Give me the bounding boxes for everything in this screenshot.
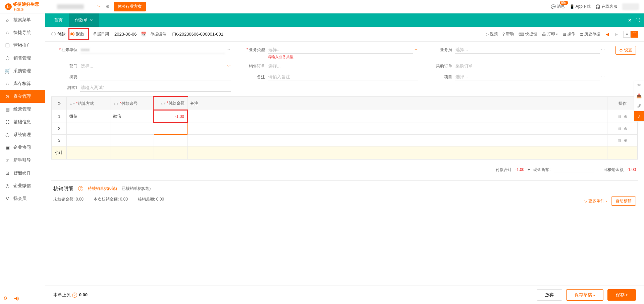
project-field[interactable]: 项目 ⋯ [428,73,605,81]
add-row-icon[interactable]: ⊕ [624,114,627,119]
sidebar-item-7[interactable]: ▤经营管理 [0,103,45,116]
help-icon[interactable]: ? [72,293,77,298]
view-list-button[interactable]: ≡ [623,31,631,38]
close-icon[interactable]: ✕ [90,18,93,23]
tab-fullscreen-icon[interactable]: ⛶ [636,18,640,23]
acct-cell[interactable]: 微信 [110,110,154,123]
remark-cell[interactable] [187,110,607,123]
sidebar-item-13[interactable]: ◎企业微信 [0,179,45,192]
table-row[interactable]: 2 🗑⊕ [52,123,638,135]
settle-cell[interactable]: 微信 [67,110,110,123]
summary-field[interactable]: 摘要 [53,73,231,81]
more-icon[interactable]: ⋯ [601,64,605,69]
add-row-icon[interactable]: ⊕ [624,138,627,143]
more-icon[interactable]: ⋯ [226,48,231,52]
tab-home[interactable]: 首页 [48,13,69,27]
company-selector[interactable]: ﹀ [57,4,102,10]
tab-close-all-icon[interactable]: ✕ [628,18,632,23]
gear-icon[interactable]: ⚙ [106,4,110,9]
col-account[interactable]: ▲▼*付款账号 [110,97,154,110]
next-arrow[interactable]: ▶ [614,32,619,37]
chevron-down-icon[interactable]: ﹀ [227,64,231,69]
remark-cell[interactable] [187,135,607,146]
chevron-down-icon[interactable]: ﹀ [414,47,418,52]
gear-column[interactable]: ⚙ [52,97,67,110]
video-link[interactable]: ▷视频 [486,31,498,37]
discount-input[interactable] [554,166,594,173]
radio-refund[interactable]: 退款 [70,31,85,37]
float-attach-icon[interactable]: 🖇 [634,101,644,111]
sidebar-item-1[interactable]: ⌂快捷导航 [0,26,45,39]
sidebar-item-10[interactable]: ▣企业协同 [0,141,45,154]
col-remark[interactable]: 备注 [187,97,607,110]
help-link[interactable]: ?帮助 [502,31,514,37]
settle-cell[interactable] [67,135,110,146]
remark-field[interactable]: 备注 [241,73,418,81]
more-icon[interactable]: ⋯ [601,48,605,52]
table-row[interactable]: 1 微信 微信 -1.00 🗑⊕ [52,110,638,123]
add-row-icon[interactable]: ⊕ [624,126,627,131]
sidebar-item-3[interactable]: ⬡销售管理 [0,52,45,64]
customer-service-link[interactable]: 🎧 在线客服 [595,4,618,9]
settings-icon[interactable]: ⚙ [3,296,7,301]
acct-cell[interactable] [110,123,154,135]
settle-cell[interactable] [67,123,110,135]
tab-payment[interactable]: 付款单 ✕ [69,13,99,27]
amount-cell[interactable] [154,123,187,135]
col-settle[interactable]: ▲▼*结算方式 [67,97,110,110]
sidebar-item-11[interactable]: ☞新手引导 [0,154,45,167]
unit-field[interactable]: *往来单位 xxxx ⋯ [53,46,231,54]
calendar-icon[interactable]: 📅 [141,32,146,37]
shortcut-link[interactable]: ⌨快捷键 [519,31,537,37]
acct-cell[interactable] [110,135,154,146]
messages-link[interactable]: 💬 消息 99+ [551,4,565,9]
amount-cell[interactable] [154,135,187,146]
user-avatar[interactable] [622,3,639,10]
float-draft-icon[interactable]: 草 [634,81,644,91]
sidebar-item-2[interactable]: ❏营销推广 [0,39,45,52]
auto-writeoff-button[interactable]: 自动核销 [611,197,636,206]
sidebar-item-12[interactable]: ⊡智能硬件 [0,167,45,179]
col-amount[interactable]: ▲▼*付款金额 [154,97,187,110]
more-icon[interactable]: ⋯ [414,64,418,69]
prev-arrow[interactable]: ◀ [605,32,609,37]
biztype-field[interactable]: *业务类型 ﹀ [241,46,418,54]
history-link[interactable]: ≣历史单据 [580,31,600,37]
done-tab[interactable]: 已核销单据(0笔) [122,186,151,191]
delete-row-icon[interactable]: 🗑 [618,114,622,119]
clerk-field[interactable]: 业务员 ⋯ [428,46,605,54]
ops-link[interactable]: ▦操作 [562,31,575,37]
sidebar-item-8[interactable]: ☷基础信息 [0,116,45,128]
amount-cell[interactable]: -1.00 [154,110,187,123]
view-detail-button[interactable]: ☷ [631,31,638,38]
print-link[interactable]: 🖶打印▾ [542,31,558,37]
test1-field[interactable]: 测试1 [53,84,231,92]
save-button[interactable]: 保存▾ [607,289,636,301]
sidebar-item-5[interactable]: ⌂库存核算 [0,77,45,90]
setting-button[interactable]: ⚙设置 [615,46,636,55]
dept-field[interactable]: 部门 ﹀ [53,62,231,70]
help-icon[interactable]: ? [78,186,83,191]
float-inbox-icon[interactable]: 📥 [634,91,644,101]
sidebar-item-14[interactable]: V畅会员 [0,192,45,205]
more-conditions[interactable]: ▽更多条件▴ [584,198,607,204]
date-value[interactable]: 2023-06-06 [114,32,137,37]
collapse-icon[interactable]: ◀) [14,296,19,301]
pending-tab[interactable]: 待核销单据(0笔) [88,186,117,191]
save-draft-button[interactable]: 保存草稿▴ [566,289,603,301]
experience-button[interactable]: 体验行业方案 [114,2,146,11]
sidebar-item-6[interactable]: ⊙资金管理 [0,90,45,103]
purchase-order-field[interactable]: 采购订单 ⋯ [428,62,605,70]
sidebar-item-9[interactable]: ◌系统管理 [0,128,45,141]
float-expand-icon[interactable]: ⤢ [634,111,644,121]
abandon-button[interactable]: 放弃 [537,289,562,301]
more-icon[interactable]: ⋯ [601,75,605,79]
delete-row-icon[interactable]: 🗑 [618,138,622,143]
sale-order-field[interactable]: 销售订单 ⋯ [241,62,418,70]
remark-cell[interactable] [187,123,607,135]
app-download-link[interactable]: 📱 App下载 [570,4,591,9]
sidebar-item-4[interactable]: 🛒采购管理 [0,64,45,77]
delete-row-icon[interactable]: 🗑 [618,126,622,131]
table-row[interactable]: 3 🗑⊕ [52,135,638,146]
sidebar-item-0[interactable]: ⌕搜索菜单 [0,13,45,26]
